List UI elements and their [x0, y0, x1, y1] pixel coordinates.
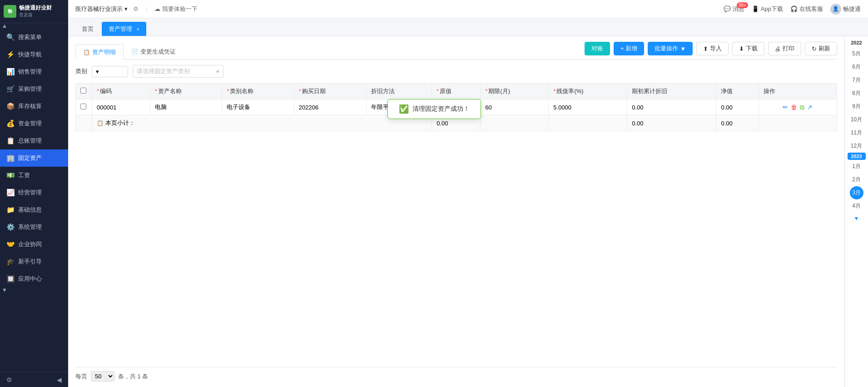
- table-scroll[interactable]: *编码 *资产名称 *类别名称 *购买日期 折旧方法 *原值 *期限(月) *残…: [75, 83, 837, 367]
- subtotal-row: 📋 本页小计： 0.00 0.00 0.00: [76, 115, 837, 131]
- month-2022-12[interactable]: 12月: [847, 139, 867, 153]
- message-btn[interactable]: 💬 消息 99+: [724, 5, 744, 13]
- sidebar-item-ledger[interactable]: 📋 总账管理: [0, 132, 68, 149]
- year-2023-badge[interactable]: 2023: [848, 153, 866, 160]
- company-selector[interactable]: 医疗器械行业演示 ▾: [75, 5, 128, 13]
- settings-icon[interactable]: ⚙: [6, 376, 12, 383]
- refresh-button[interactable]: ↻ 刷新: [805, 42, 837, 55]
- sidebar-item-inventory[interactable]: 📦 库存核算: [0, 98, 68, 115]
- sidebar-item-operation[interactable]: 📈 经营管理: [0, 184, 68, 201]
- table-header-row: *编码 *资产名称 *类别名称 *购买日期 折旧方法 *原值 *期限(月) *残…: [76, 84, 837, 99]
- col-check: [76, 84, 92, 99]
- select-all-checkbox[interactable]: [80, 88, 86, 94]
- tab-asset-mgmt[interactable]: 资产管理 ×: [102, 22, 146, 36]
- asset-detail-icon: 📋: [83, 49, 90, 55]
- sidebar-item-funds[interactable]: 💰 资金管理: [0, 115, 68, 132]
- month-2022-11[interactable]: 11月: [847, 126, 867, 139]
- reconcile-button[interactable]: 对账: [585, 42, 610, 55]
- month-2022-8[interactable]: 8月: [847, 87, 867, 100]
- col-depreciation-method: 折旧方法: [366, 84, 432, 99]
- app-download-btn[interactable]: 📱 App下载: [752, 5, 783, 13]
- cell-purchase-date: 202206: [294, 99, 366, 115]
- print-button[interactable]: 🖨 打印: [768, 42, 801, 55]
- sidebar-item-corp[interactable]: 🤝 企业协同: [0, 236, 68, 253]
- sidebar-item-apps[interactable]: 🔲 应用中心: [0, 270, 68, 288]
- batch-button[interactable]: 批量操作 ▼: [648, 42, 693, 55]
- main-content: 📋 资产明细 📄 变更生成凭证 对账 + 新增: [68, 36, 844, 387]
- print-icon: 🖨: [775, 45, 781, 52]
- per-page-select[interactable]: 50 100 200: [91, 371, 114, 382]
- col-category: *类别名称: [222, 84, 294, 99]
- cell-depreciation-method: 年限平均: [366, 99, 432, 115]
- sidebar-scroll-up[interactable]: ▲: [0, 23, 9, 29]
- experience-label: 我要体验一下: [162, 5, 198, 13]
- month-2022-9[interactable]: 9月: [847, 100, 867, 113]
- user-btn[interactable]: 👤 畅捷通: [830, 4, 861, 15]
- download-label: 下载: [746, 45, 758, 53]
- asset-table: *编码 *资产名称 *类别名称 *购买日期 折旧方法 *原值 *期限(月) *残…: [75, 83, 837, 131]
- sidebar-item-sales[interactable]: 📊 销售管理: [0, 63, 68, 80]
- filter-type-select[interactable]: ▾: [92, 66, 128, 77]
- tab-asset-mgmt-close[interactable]: ×: [137, 26, 139, 32]
- sidebar-item-guide[interactable]: 🎓 新手引导: [0, 253, 68, 270]
- filter-type-input[interactable]: 请选择固定资产类别 ▾: [133, 65, 223, 78]
- tab-home[interactable]: 首页: [75, 22, 100, 36]
- month-2023-4[interactable]: 4月: [847, 199, 867, 213]
- month-2023-1[interactable]: 1月: [847, 160, 867, 173]
- col-operations: 操作: [759, 84, 837, 99]
- pagination-row: 每页 50 100 200 条，共 1 条: [75, 367, 837, 382]
- panel-collapse-btn[interactable]: ◀: [844, 36, 845, 45]
- download-button[interactable]: ⬇ 下载: [732, 42, 764, 55]
- search-icon: 🔍: [6, 33, 15, 41]
- cell-category: 电子设备: [222, 99, 294, 115]
- sidebar-item-quicknav[interactable]: ⚡ 快捷导航: [0, 46, 68, 63]
- more-icon[interactable]: ↗: [807, 104, 813, 111]
- export-button[interactable]: ⬆ 导入: [696, 42, 729, 55]
- experience-btn[interactable]: ☁ 我要体验一下: [154, 5, 198, 13]
- subtotal-rate-empty: [549, 115, 627, 131]
- message-badge: 99+: [737, 2, 748, 8]
- right-panel: ◀ 2022 5月 6月 7月 8月 9月 10月 11月 12月 2023 1…: [844, 36, 868, 387]
- avatar: 👤: [830, 4, 841, 15]
- month-2022-6[interactable]: 6月: [847, 60, 867, 74]
- content-area: 📋 资产明细 📄 变更生成凭证 对账 + 新增: [68, 36, 868, 387]
- month-2022-7[interactable]: 7月: [847, 74, 867, 87]
- month-2022-10[interactable]: 10月: [847, 113, 867, 126]
- month-2023-2[interactable]: 2月: [847, 173, 867, 186]
- batch-dropdown-icon: ▼: [680, 45, 686, 52]
- topbar-gear-icon[interactable]: ⚙: [133, 5, 139, 12]
- sidebar-item-purchase[interactable]: 🛒 采购管理: [0, 80, 68, 98]
- subtotal-net: 0.00: [716, 115, 759, 131]
- filter-type-label: 类别: [75, 67, 87, 75]
- month-2022-5[interactable]: 5月: [847, 47, 867, 60]
- cell-code: 000001: [92, 99, 150, 115]
- cell-period: 60: [481, 99, 549, 115]
- online-service-btn[interactable]: 🎧 在线客服: [790, 5, 823, 13]
- collapse-sidebar-icon[interactable]: ◀: [57, 376, 62, 383]
- subtotal-period-empty: [481, 115, 549, 131]
- sidebar-item-system[interactable]: ⚙️ 系统管理: [0, 218, 68, 236]
- month-expand-icon[interactable]: ▼: [847, 213, 867, 224]
- add-button[interactable]: + 新增: [614, 42, 644, 55]
- sidebar-label-payroll: 工资: [18, 171, 30, 179]
- row-checkbox[interactable]: [80, 104, 86, 109]
- per-page-label: 每页: [75, 372, 87, 381]
- sidebar-label-search: 搜索菜单: [18, 33, 42, 41]
- sidebar-item-search[interactable]: 🔍 搜索菜单: [0, 29, 68, 46]
- edit-icon[interactable]: ✏: [783, 104, 788, 111]
- filter-placeholder: 请选择固定资产类别: [137, 67, 190, 75]
- col-code: *编码: [92, 84, 150, 99]
- delete-icon[interactable]: 🗑: [791, 104, 797, 111]
- sidebar-item-fixed[interactable]: 🏢 固定资产: [0, 149, 68, 167]
- copy-icon[interactable]: ⧉: [800, 104, 804, 111]
- subtotal-check-cell: [76, 115, 92, 131]
- month-2023-3-active[interactable]: 3月: [850, 186, 863, 199]
- sidebar-scroll-down[interactable]: ▼: [0, 288, 9, 293]
- sidebar-item-basic[interactable]: 📁 基础信息: [0, 201, 68, 218]
- sub-tab-voucher-gen[interactable]: 📄 变更生成凭证: [124, 44, 184, 59]
- sidebar-item-payroll[interactable]: 💵 工资: [0, 167, 68, 184]
- export-icon: ⬆: [703, 45, 708, 52]
- sub-tab-asset-detail[interactable]: 📋 资产明细: [75, 44, 124, 60]
- total-label: 条，共 1 条: [118, 372, 148, 381]
- reconcile-label: 对账: [591, 45, 603, 53]
